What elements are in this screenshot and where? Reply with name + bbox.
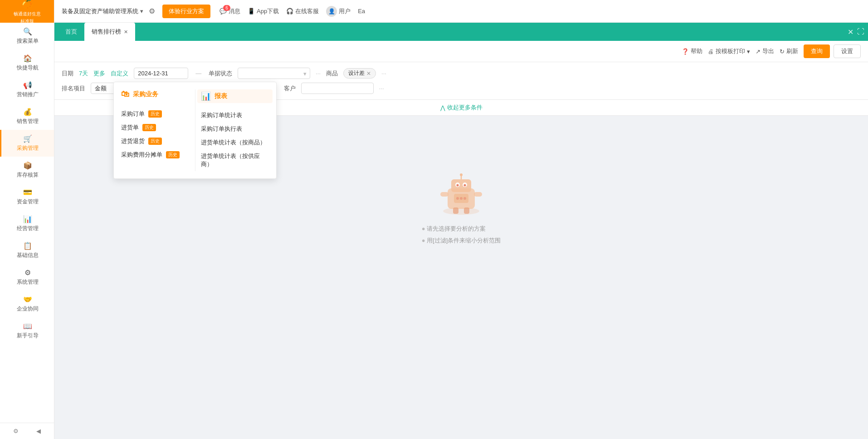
dropdown-item-purchase-order[interactable]: 采购订单 历史 [121,107,190,121]
goods-dots: ··· [381,70,386,77]
order-stats-label: 采购订单统计表 [201,111,242,119]
sidebar-item-enterprise[interactable]: 🤝 企业协同 [0,291,54,317]
finance-icon: 💳 [23,188,32,197]
date-label: 日期 [62,69,73,78]
sidebar-item-basic-info[interactable]: 📋 基础信息 [0,237,54,264]
sidebar-item-label: 经营管理 [17,225,39,232]
topbar-gear-icon[interactable]: ⚙ [149,7,155,15]
goods-tag-close-icon[interactable]: ✕ [366,70,371,77]
toolbar-right: ❓ 帮助 🖨 按模板打印 ▾ ↗ 导出 ↻ 刷新 [682,47,798,55]
customer-input[interactable] [301,83,374,94]
dropdown-item-inbound-by-goods[interactable]: 进货单统计表（按商品） [201,136,269,149]
sidebar-collapse-icon[interactable]: ◀ [36,428,41,434]
date-input[interactable] [134,68,188,79]
sidebar-item-purchase[interactable]: 🛒 采购管理 [0,130,54,157]
sidebar-item-sales[interactable]: 💰 销售管理 [0,103,54,130]
empty-tip-1: 请先选择要分析的方案 [422,223,501,235]
sidebar-item-operations[interactable]: 📊 经营管理 [0,210,54,237]
refresh-item[interactable]: ↻ 刷新 [780,47,798,55]
history-badge-1: 历史 [148,110,162,118]
sidebar-item-inventory[interactable]: 📦 库存核算 [0,157,54,183]
sidebar-item-quick-nav[interactable]: 🏠 快捷导航 [0,49,54,76]
doc-status-input[interactable] [238,68,310,79]
sidebar-item-system[interactable]: ⚙ 系统管理 [0,264,54,291]
system-icon: ⚙ [24,268,31,277]
svg-rect-9 [440,192,449,197]
svg-point-16 [463,197,466,200]
enterprise-icon: 🤝 [23,295,32,304]
order-exec-label: 采购订单执行表 [201,125,242,133]
refresh-icon: ↻ [780,48,785,55]
sidebar-item-finance[interactable]: 💳 资金管理 [0,183,54,210]
cost-label: 采购费用分摊单 [121,151,162,159]
sidebar: 🍊 畅通道好生意 标准版 🔍 搜索菜单 🏠 快捷导航 📢 营销推广 💰 销售管理… [0,0,54,439]
export-icon: ↗ [756,48,761,55]
sidebar-item-search[interactable]: 🔍 搜索菜单 [0,23,54,49]
message-badge: 6 [223,5,230,11]
toolbar-row: ❓ 帮助 🖨 按模板打印 ▾ ↗ 导出 ↻ 刷新 [54,41,868,62]
doc-status-label: 单据状态 [209,69,232,78]
col2-icon: 📊 [201,91,211,101]
online-service-item[interactable]: 🎧 在线客服 [286,7,319,15]
svg-rect-10 [474,192,482,197]
content-area: ❓ 帮助 🖨 按模板打印 ▾ ↗ 导出 ↻ 刷新 [54,41,868,439]
tab-expand-icon[interactable]: ⛶ [857,28,864,36]
sidebar-item-label: 新手引导 [17,332,39,340]
svg-point-6 [464,184,466,187]
tab-sales-rank[interactable]: 销售排行榜 ✕ [84,23,135,41]
svg-rect-2 [451,179,471,192]
col1-icon: 🛍 [121,89,129,99]
main-area: 装备及固定资产辅助管理系统 ▾ ⚙ 体验行业方案 💬 6 消息 📱 App下载 … [54,0,868,439]
settings-button[interactable]: 设置 [834,44,861,58]
query-button[interactable]: 查询 [804,44,830,58]
sidebar-item-marketing[interactable]: 📢 营销推广 [0,76,54,103]
tab-home[interactable]: 首页 [58,23,84,41]
inbound-by-goods-label: 进货单统计表（按商品） [201,138,266,147]
export-item[interactable]: ↗ 导出 [756,47,774,55]
message-item[interactable]: 💬 6 消息 [219,7,240,15]
dropdown-item-inbound-by-supplier[interactable]: 进货单统计表（按供应商） [201,149,269,171]
doc-status-chevron-icon: ▾ [303,70,307,77]
guide-icon: 📖 [23,322,32,330]
col2-title: 📊 报表 [197,89,273,103]
dropdown-item-cost[interactable]: 采购费用分摊单 历史 [121,148,190,162]
user-item[interactable]: 👤 用户 [326,6,351,17]
print-chevron-icon: ▾ [747,48,750,55]
industry-btn[interactable]: 体验行业方案 [162,5,210,18]
tab-close-all-icon[interactable]: ✕ [848,28,853,36]
message-badge-wrap: 💬 6 [219,8,227,15]
goods-tag[interactable]: 设计差 ✕ [343,68,376,79]
topbar-system: 装备及固定资产辅助管理系统 ▾ ⚙ 体验行业方案 [62,5,210,18]
tabbar: 首页 销售排行榜 ✕ ✕ ⛶ [54,23,868,41]
rank-label: 排名项目 [62,84,85,93]
return-label: 进货退货 [121,137,145,145]
inbound-by-supplier-label: 进货单统计表（按供应商） [201,152,269,168]
topbar-right: 💬 6 消息 📱 App下载 🎧 在线客服 👤 用户 Ea [219,6,365,17]
history-badge-4: 历史 [166,151,180,158]
app-download-item[interactable]: 📱 App下载 [248,7,279,15]
empty-tip-2: 用[过滤]条件来缩小分析范围 [422,235,501,247]
tab-close-icon[interactable]: ✕ [124,29,128,35]
sidebar-item-guide[interactable]: 📖 新手引导 [0,317,54,344]
dropdown-item-return[interactable]: 进货退货 历史 [121,134,190,148]
sidebar-bottom: ⚙ ◀ [0,423,54,439]
print-item[interactable]: 🖨 按模板打印 ▾ [708,47,750,55]
export-label: 导出 [762,47,774,55]
logo-text: 畅通道好生意 [14,11,41,17]
sidebar-item-label: 企业协同 [17,305,39,313]
collapse-label: 收起更多条件 [447,104,483,112]
sidebar-item-label: 采购管理 [17,144,39,152]
doc-status-dots: ··· [316,70,321,77]
date-custom[interactable]: 自定义 [111,69,128,78]
system-dropdown-icon[interactable]: ▾ [140,8,143,15]
dropdown-item-order-exec[interactable]: 采购订单执行表 [201,122,269,136]
goods-tag-text: 设计差 [348,69,365,77]
date-preset-7days[interactable]: 7天 [79,69,88,78]
sidebar-settings-icon[interactable]: ⚙ [13,428,19,434]
help-item[interactable]: ❓ 帮助 [682,47,702,55]
date-preset-more[interactable]: 更多 [93,69,105,78]
dropdown-item-order-stats[interactable]: 采购订单统计表 [201,109,269,122]
dropdown-col-reports: 📊 报表 采购订单统计表 采购订单执行表 进货单统计表（按商品） 进货单统计表（… [201,89,269,171]
dropdown-item-inbound[interactable]: 进货单 历史 [121,121,190,134]
tab-end-btns: ✕ ⛶ [848,28,864,36]
